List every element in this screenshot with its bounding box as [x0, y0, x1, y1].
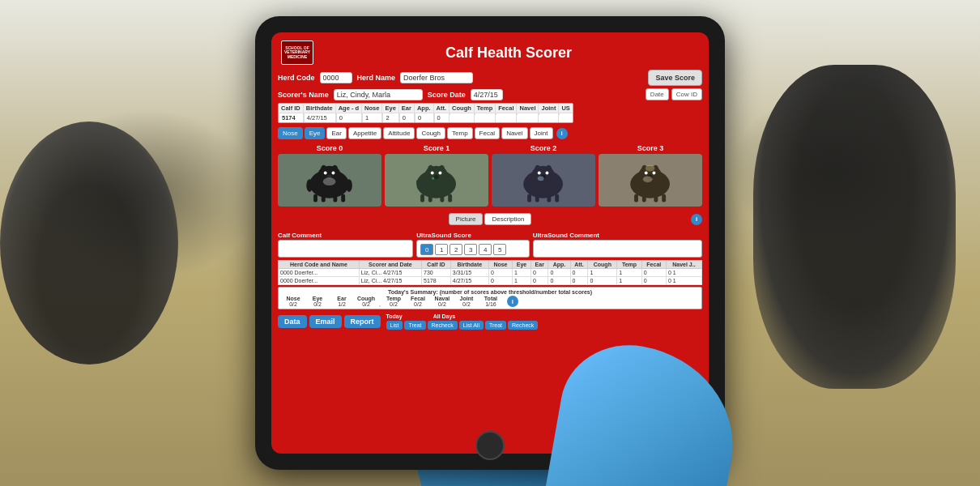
tab-temp[interactable]: Temp: [447, 127, 473, 139]
date-button[interactable]: Date: [646, 88, 669, 100]
summary-joint-value: 0/2: [462, 301, 471, 307]
report-button[interactable]: Report: [344, 315, 381, 328]
td-fecal-1: 0: [641, 269, 666, 277]
list-all-button[interactable]: List All: [459, 321, 484, 330]
app-title: Calf Health Scorer: [318, 45, 699, 62]
td-herd-1: 0000 Doerfer...: [279, 269, 360, 277]
tab-eye[interactable]: Eye: [305, 127, 326, 139]
summary-total-value: 1/16: [485, 301, 496, 307]
svg-rect-21: [421, 194, 425, 202]
svg-rect-22: [428, 196, 432, 202]
score-date-input[interactable]: [471, 89, 503, 100]
summary-eye-value: 0/2: [313, 301, 322, 307]
svg-point-51: [646, 165, 655, 172]
th-navel: Navel J..: [666, 261, 701, 269]
herd-code-input[interactable]: [320, 72, 352, 83]
tablet-home-button[interactable]: [475, 431, 505, 460]
summary-eye: Eye 0/2: [306, 296, 329, 307]
tab-attitude[interactable]: Attitude: [383, 127, 415, 139]
us-btn-0[interactable]: 0: [420, 244, 433, 255]
tab-appetite[interactable]: Appetite: [348, 127, 381, 139]
score-2-photo[interactable]: [492, 154, 595, 207]
svg-rect-7: [314, 194, 318, 202]
score-date-label: Score Date: [428, 91, 466, 99]
us-btn-5[interactable]: 5: [493, 244, 506, 255]
summary-cough-value: 0/2: [362, 301, 370, 307]
svg-rect-37: [556, 194, 560, 202]
score-3-cow-svg: [603, 156, 697, 204]
score-0-label: Score 0: [317, 144, 343, 152]
score-3-photo[interactable]: [599, 154, 702, 207]
alldays-treat-button[interactable]: Treat: [485, 321, 506, 330]
today-treat-button[interactable]: Treat: [404, 321, 425, 330]
herd-name-label: Herd Name: [357, 74, 396, 82]
description-tab[interactable]: Description: [484, 213, 531, 225]
list-button[interactable]: List: [386, 321, 403, 330]
score-1-photo[interactable]: [385, 154, 488, 207]
table-row[interactable]: 0000 Doerfer... Liz, Ci... 4/27/15 730 3…: [279, 269, 702, 277]
us-btn-3[interactable]: 3: [464, 244, 477, 255]
td-eye-2: 1: [513, 277, 531, 285]
tab-nose[interactable]: Nose: [278, 127, 303, 139]
data-table-area: Herd Code and Name Scorer and Date Calf …: [278, 260, 702, 285]
td-birth-1: 3/31/15: [450, 269, 488, 277]
summary-ear: Ear 1/2: [330, 296, 353, 307]
svg-point-32: [546, 172, 549, 175]
us-btn-1[interactable]: 1: [435, 244, 448, 255]
svg-point-38: [538, 177, 544, 181]
today-recheck-button[interactable]: Recheck: [428, 321, 458, 330]
us-btn-4[interactable]: 4: [479, 244, 492, 255]
info-icon-2[interactable]: i: [691, 214, 702, 225]
tab-fecal[interactable]: Fecal: [475, 127, 501, 139]
th-cough: Cough: [588, 261, 617, 269]
ultrasound-comment-input[interactable]: [533, 240, 702, 258]
scorer-row: Scorer's Name Score Date Date Cow ID: [278, 88, 702, 100]
alldays-recheck-button[interactable]: Recheck: [508, 321, 538, 330]
svg-point-11: [307, 180, 313, 193]
th-att: Att.: [570, 261, 588, 269]
td-eye-1: 1: [513, 269, 531, 277]
summary-info-icon[interactable]: i: [507, 296, 518, 307]
table-row[interactable]: 0000 Doerfer... Liz, Ci... 4/27/15 5178 …: [279, 277, 702, 285]
svg-rect-24: [449, 194, 453, 202]
tab-cough[interactable]: Cough: [416, 127, 445, 139]
score-0-photo[interactable]: [278, 154, 381, 207]
us-btn-2[interactable]: 2: [450, 244, 462, 255]
summary-cough: Cough 0/2: [355, 296, 377, 307]
svg-rect-10: [342, 194, 346, 202]
data-button[interactable]: Data: [278, 315, 307, 328]
score-2-label: Score 2: [530, 144, 557, 152]
tab-ear[interactable]: Ear: [326, 127, 346, 139]
save-score-button[interactable]: Save Score: [648, 70, 702, 86]
svg-rect-9: [334, 196, 338, 202]
email-button[interactable]: Email: [309, 315, 342, 328]
logo-text: SCHOOL OFVETERINARYMEDICINE: [284, 46, 310, 60]
cow-id-button[interactable]: Cow ID: [671, 88, 702, 100]
th-eye: Eye: [513, 261, 531, 269]
th-nose: Nose: [488, 261, 512, 269]
td-navel-2: 0 1: [666, 277, 701, 285]
herd-name-input[interactable]: [400, 72, 473, 83]
tab-joint[interactable]: Joint: [530, 127, 553, 139]
cow-right-silhouette: [753, 65, 956, 389]
summary-label: Today's Summary: (number of scores above…: [282, 289, 698, 295]
svg-point-13: [323, 178, 336, 186]
ultrasound-score-label: UltraSound Score: [416, 232, 529, 239]
svg-point-19: [439, 172, 442, 175]
ultrasound-score-box: 0 1 2 3 4 5: [416, 240, 529, 258]
calf-comment-input[interactable]: [278, 240, 413, 258]
tab-navel[interactable]: Navel: [501, 127, 527, 139]
picture-tab[interactable]: Picture: [449, 213, 484, 225]
info-icon[interactable]: i: [556, 128, 568, 139]
scorers-name-input[interactable]: [334, 89, 423, 100]
svg-point-25: [432, 177, 435, 180]
svg-point-18: [431, 172, 434, 175]
svg-rect-47: [642, 196, 646, 202]
td-calfid-1: 730: [422, 269, 451, 277]
summary-section: Today's Summary: (number of scores above…: [278, 287, 702, 309]
herd-row: Herd Code Herd Name Save Score: [278, 70, 702, 86]
td-birth-2: 4/27/15: [450, 277, 488, 285]
calf-data-row: Calf ID 5174 Birthdate 4/27/15 Age - d 0: [278, 103, 702, 123]
summary-fecal-value: 0/2: [414, 301, 422, 307]
score-2-cow-svg: [496, 156, 590, 204]
